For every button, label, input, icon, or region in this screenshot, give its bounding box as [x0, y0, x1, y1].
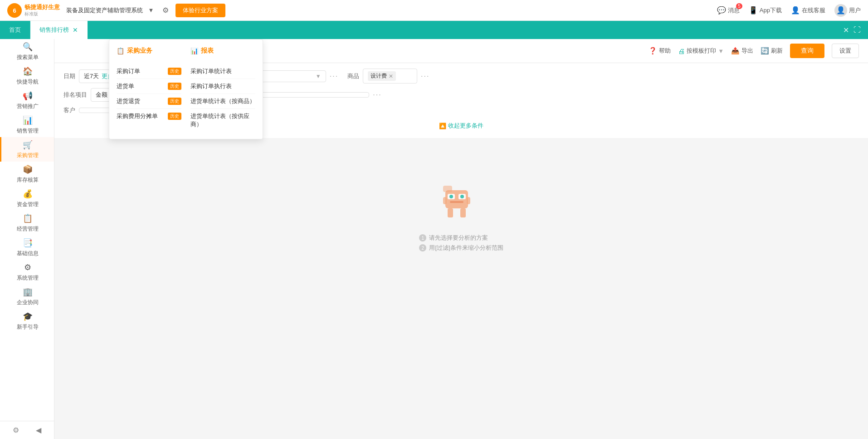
sidebar-label-marketing: 营销推广 [17, 103, 39, 110]
print-button[interactable]: 🖨 按模板打印 ▼ [678, 47, 724, 55]
report-column: 📊 报表 采购订单统计表 采购订单执行表 进货单统计表（按商品） 进货单统计表（… [190, 47, 255, 132]
svg-text:6: 6 [13, 7, 16, 14]
sidebar-item-basic-info[interactable]: 📑 基础信息 [0, 235, 54, 260]
main-layout: 🔍 搜索菜单 🏠 快捷导航 📢 营销推广 📊 销售管理 🛒 采购管理 📦 库存核… [0, 39, 868, 439]
dropdown-inbound-return[interactable]: 进货退货 历史 [117, 94, 181, 109]
sidebar-settings-button[interactable]: ⚙ [13, 426, 19, 434]
inbound-stats-goods-label: 进货单统计表（按商品） [190, 97, 255, 105]
goods-more-button[interactable]: ··· [421, 72, 429, 80]
svg-rect-2 [445, 190, 468, 208]
sidebar-item-sales[interactable]: 📊 销售管理 [0, 113, 54, 137]
purchase-icon: 🛒 [23, 140, 33, 150]
basic-info-icon: 📑 [23, 238, 33, 248]
help-button[interactable]: ❓ 帮助 [649, 47, 671, 55]
marketing-icon: 📢 [23, 91, 33, 101]
tab-close-all-button[interactable]: ✕ [843, 26, 849, 35]
report-col-title: 📊 报表 [190, 47, 255, 59]
dropdown-inbound-stats-supplier[interactable]: 进货单统计表（按供应商） [190, 109, 255, 132]
date-label: 日期 [63, 72, 75, 80]
sidebar-label-guide: 新手引导 [17, 323, 39, 331]
dropdown-purchase-order-exec[interactable]: 采购订单执行表 [190, 79, 255, 94]
goods-tag-remove-button[interactable]: ✕ [389, 73, 393, 79]
sidebar-item-marketing[interactable]: 📢 营销推广 [0, 88, 54, 113]
sidebar-item-purchase[interactable]: 🛒 采购管理 [0, 137, 54, 162]
filter-goods: 商品 设计费 ✕ ··· [347, 69, 429, 84]
salesperson-input[interactable] [251, 92, 369, 98]
svg-rect-7 [467, 197, 470, 204]
svg-rect-6 [443, 197, 447, 204]
dropdown-inbound[interactable]: 进货单 历史 [117, 79, 181, 94]
refresh-button[interactable]: 🔄 刷新 [761, 47, 783, 55]
purchase-col-title: 📋 采购业务 [117, 47, 181, 59]
tab-bar-right: ✕ ⛶ [843, 26, 868, 35]
goods-input[interactable]: 设计费 ✕ [363, 69, 417, 84]
sidebar-label-purchase: 采购管理 [17, 152, 39, 159]
logo-icon: 6 [7, 3, 22, 18]
app-download-button[interactable]: 📱 App下载 [749, 6, 782, 15]
sales-icon: 📊 [23, 115, 33, 125]
sidebar-item-system[interactable]: ⚙ 系统管理 [0, 260, 54, 284]
sidebar-item-guide[interactable]: 🎓 新手引导 [0, 309, 54, 333]
inbound-label: 进货单 [117, 82, 134, 90]
sidebar-item-enterprise[interactable]: 🏢 企业协同 [0, 284, 54, 309]
online-service-button[interactable]: 👤 在线客服 [791, 6, 825, 15]
purchase-dropdown-menu: 📋 采购业务 采购订单 历史 进货单 历史 进货退货 历史 [109, 39, 263, 139]
salesperson-more-button[interactable]: ··· [373, 91, 381, 99]
inbound-return-label: 进货退货 [117, 97, 140, 105]
sidebar-label-search: 搜索菜单 [17, 54, 39, 61]
sidebar-label-inventory: 库存核算 [17, 176, 39, 184]
empty-robot-svg [434, 181, 479, 222]
svg-point-10 [449, 195, 453, 198]
app-download-label: App下载 [760, 6, 782, 15]
guide-icon: 🎓 [23, 311, 33, 321]
empty-illustration [434, 181, 488, 227]
export-label: 导出 [741, 47, 753, 55]
svg-rect-9 [460, 208, 466, 217]
inventory-icon: 📦 [23, 164, 33, 174]
top-header: 6 畅捷通好生意 标准版 装备及固定资产辅助管理系统 ▼ ⚙ 体验行业方案 💬 … [0, 0, 868, 21]
dropdown-purchase-expense[interactable]: 采购费用分摊单 历史 [117, 109, 181, 123]
dropdown-purchase-order-stats[interactable]: 采购订单统计表 [190, 64, 255, 79]
svg-point-11 [460, 195, 464, 198]
svg-rect-5 [450, 201, 463, 203]
tab-home[interactable]: 首页 [0, 21, 30, 39]
system-dropdown-button[interactable]: ▼ [146, 6, 156, 15]
sidebar-label-finance: 资金管理 [17, 201, 39, 208]
logo-text: 畅捷通好生意 标准版 [24, 4, 60, 17]
tab-sales-ranking[interactable]: 销售排行榜 ✕ [30, 21, 88, 39]
sidebar-collapse-button[interactable]: ◀ [36, 426, 41, 434]
inbound-return-history-tag: 历史 [168, 98, 181, 105]
user-button[interactable]: 👤 用户 [834, 4, 861, 17]
print-dropdown-icon[interactable]: ▼ [718, 48, 724, 54]
purchase-col-icon: 📋 [117, 47, 124, 54]
settings-button[interactable]: 设置 [832, 44, 859, 58]
purchase-order-label: 采购订单 [117, 67, 140, 75]
sidebar-item-operations[interactable]: 📋 经营管理 [0, 211, 54, 235]
industry-button[interactable]: 体验行业方案 [176, 4, 225, 17]
report-col-icon: 📊 [190, 47, 198, 54]
service-icon: 👤 [791, 6, 800, 15]
sidebar-item-inventory[interactable]: 📦 库存核算 [0, 162, 54, 186]
svg-rect-12 [443, 186, 452, 192]
sidebar-label-system: 系统管理 [17, 274, 39, 282]
goods-tag: 设计费 ✕ [368, 71, 396, 81]
empty-hint-area: 1 请先选择要分析的方案 2 用[过滤]条件来缩小分析范围 [419, 232, 503, 254]
system-settings-button[interactable]: ⚙ [159, 4, 172, 17]
query-button[interactable]: 查询 [790, 44, 824, 58]
sidebar-item-quick-nav[interactable]: 🏠 快捷导航 [0, 64, 54, 88]
tab-expand-button[interactable]: ⛶ [853, 26, 861, 34]
dropdown-inbound-stats-goods[interactable]: 进货单统计表（按商品） [190, 94, 255, 109]
customer-label: 客户 [63, 106, 75, 114]
purchase-expense-label: 采购费用分摊单 [117, 112, 158, 120]
dropdown-purchase-order[interactable]: 采购订单 历史 [117, 64, 181, 79]
export-button[interactable]: 📤 导出 [731, 47, 753, 55]
svg-rect-8 [448, 208, 453, 217]
collapse-filter-button[interactable]: 🔼 收起更多条件 [439, 122, 483, 130]
sidebar-item-search-menu[interactable]: 🔍 搜索菜单 [0, 39, 54, 64]
tab-close-button[interactable]: ✕ [73, 26, 78, 34]
sidebar-bottom: ⚙ ◀ [0, 421, 54, 439]
voucher-status-more-button[interactable]: ··· [330, 72, 338, 80]
voucher-status-chevron-icon: ▼ [316, 73, 321, 79]
message-button[interactable]: 💬 消息 5 [717, 6, 740, 15]
sidebar-item-finance[interactable]: 💰 资金管理 [0, 186, 54, 211]
